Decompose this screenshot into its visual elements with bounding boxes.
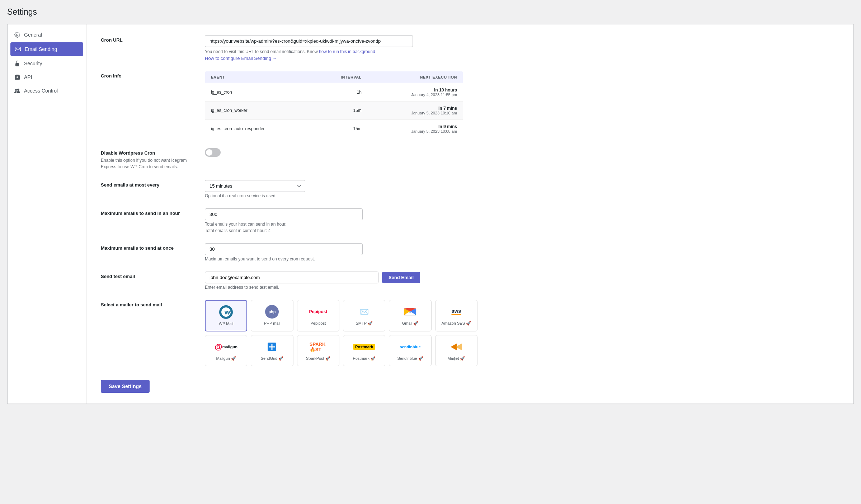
cron-info-control: EVENT INTERVAL NEXT EXECUTION ig_es_cron… bbox=[205, 71, 839, 138]
save-settings-button[interactable]: Save Settings bbox=[101, 380, 150, 393]
disable-wp-cron-desc: Enable this option if you do not want Ic… bbox=[101, 157, 194, 170]
test-email-input[interactable] bbox=[205, 272, 378, 283]
sidebar-item-security[interactable]: Security bbox=[8, 57, 86, 70]
mailer-sparkpost[interactable]: SPARK🔥ST SparkPost 🚀 bbox=[297, 335, 339, 366]
mailer-sparkpost-label: SparkPost 🚀 bbox=[306, 356, 330, 361]
cron-next-cell: In 10 hours January 4, 2023 11:55 pm bbox=[367, 83, 463, 102]
mailer-mailjet-label: Mailjet 🚀 bbox=[447, 356, 465, 361]
sidebar-item-access-control[interactable]: Access Control bbox=[8, 84, 86, 98]
cron-next-cell: In 9 mins January 5, 2023 10:08 am bbox=[367, 120, 463, 138]
test-email-hint: Enter email address to send test email. bbox=[205, 285, 839, 290]
amazon-ses-logo: aws bbox=[448, 305, 465, 318]
sendinblue-logo: sendinblue bbox=[401, 340, 419, 353]
cron-help-text: You need to visit this URL to send email… bbox=[205, 49, 839, 54]
cron-table-row: ig_es_cron_auto_responder 15m In 9 mins … bbox=[205, 120, 463, 138]
cron-interval-cell: 15m bbox=[314, 102, 367, 120]
cron-table-row: ig_es_cron 1h In 10 hours January 4, 202… bbox=[205, 83, 463, 102]
send-interval-hint: Optional if a real cron service is used bbox=[205, 193, 839, 198]
cron-event-cell: ig_es_cron bbox=[205, 83, 314, 102]
mailer-control: WP Mail php PHP mail Pepipost bbox=[205, 300, 839, 366]
col-event: EVENT bbox=[205, 71, 314, 83]
max-emails-hour-control: Total emails your host can send in an ho… bbox=[205, 208, 839, 233]
sparkpost-logo: SPARK🔥ST bbox=[310, 340, 327, 353]
gear-icon bbox=[14, 32, 20, 38]
api-icon bbox=[14, 74, 20, 80]
disable-wp-cron-toggle[interactable] bbox=[205, 148, 221, 157]
main-content: Cron URL You need to visit this URL to s… bbox=[86, 24, 853, 404]
mailer-mailjet[interactable]: Mailjet 🚀 bbox=[435, 335, 477, 366]
gmail-logo bbox=[401, 305, 419, 318]
send-interval-row: Send emails at most every 5 minutes 10 m… bbox=[101, 180, 839, 198]
send-interval-select[interactable]: 5 minutes 10 minutes 15 minutes 30 minut… bbox=[205, 180, 305, 192]
mailer-amazon-ses-label: Amazon SES 🚀 bbox=[442, 321, 471, 326]
sidebar-item-general[interactable]: General bbox=[8, 28, 86, 42]
mailer-php-mail-label: PHP mail bbox=[264, 321, 281, 325]
mailer-wp-mail[interactable]: WP Mail bbox=[205, 300, 247, 331]
toggle-slider bbox=[205, 148, 221, 157]
mailer-mailgun-label: Mailgun 🚀 bbox=[216, 356, 236, 361]
mailer-php-mail[interactable]: php PHP mail bbox=[251, 300, 293, 331]
page-title: Settings bbox=[7, 7, 854, 17]
mailer-label: Select a mailer to send mail bbox=[101, 302, 194, 307]
test-email-label: Send test email bbox=[101, 274, 194, 279]
lock-icon bbox=[14, 60, 20, 67]
mailer-mailgun[interactable]: @mailgun Mailgun 🚀 bbox=[205, 335, 247, 366]
cron-info-label: Cron Info bbox=[101, 73, 194, 79]
disable-wp-cron-label: Disable Wordpress Cron bbox=[101, 150, 194, 156]
max-emails-once-control: Maximum emails you want to send on every… bbox=[205, 243, 839, 262]
max-emails-once-input[interactable] bbox=[205, 243, 363, 255]
save-settings-row: Save Settings bbox=[101, 376, 839, 393]
mailjet-logo bbox=[448, 340, 465, 353]
col-interval: INTERVAL bbox=[314, 71, 367, 83]
send-interval-label: Send emails at most every bbox=[101, 182, 194, 188]
max-emails-once-row: Maximum emails to send at once Maximum e… bbox=[101, 243, 839, 262]
mailer-sendgrid-label: SendGrid 🚀 bbox=[261, 356, 284, 361]
mailer-gmail-label: Gmail 🚀 bbox=[402, 321, 419, 326]
send-email-button[interactable]: Send Email bbox=[382, 272, 420, 283]
mailer-pepipost[interactable]: Pepipost Pepipost bbox=[297, 300, 339, 331]
cron-url-control: You need to visit this URL to send email… bbox=[205, 35, 839, 61]
users-icon bbox=[14, 88, 20, 94]
cron-table-row: ig_es_cron_worker 15m In 7 mins January … bbox=[205, 102, 463, 120]
max-emails-hint1: Total emails your host can send in an ho… bbox=[205, 222, 839, 227]
smtp-logo: ✉️ bbox=[356, 305, 373, 318]
mailer-smtp-label: SMTP 🚀 bbox=[356, 321, 372, 326]
sidebar-item-access-control-label: Access Control bbox=[24, 88, 58, 94]
mailer-amazon-ses[interactable]: aws Amazon SES 🚀 bbox=[435, 300, 477, 331]
sidebar-item-api-label: API bbox=[24, 74, 32, 80]
cron-table: EVENT INTERVAL NEXT EXECUTION ig_es_cron… bbox=[205, 71, 463, 138]
mailer-smtp[interactable]: ✉️ SMTP 🚀 bbox=[343, 300, 385, 331]
max-emails-hour-input[interactable] bbox=[205, 208, 363, 220]
sidebar-item-security-label: Security bbox=[24, 61, 42, 66]
cron-interval-cell: 15m bbox=[314, 120, 367, 138]
mailer-row: Select a mailer to send mail bbox=[101, 300, 839, 366]
mailer-pepipost-label: Pepipost bbox=[310, 321, 326, 325]
sendgrid-logo bbox=[263, 340, 281, 353]
max-emails-hour-row: Maximum emails to send in an hour Total … bbox=[101, 208, 839, 233]
sidebar-item-api[interactable]: API bbox=[8, 70, 86, 84]
postmark-logo: Postmark bbox=[356, 340, 373, 353]
cron-url-input[interactable] bbox=[205, 35, 413, 47]
send-interval-control: 5 minutes 10 minutes 15 minutes 30 minut… bbox=[205, 180, 839, 198]
sidebar: General Email Sending Security bbox=[8, 24, 86, 404]
php-mail-logo: php bbox=[263, 305, 281, 318]
pepipost-logo: Pepipost bbox=[310, 305, 327, 318]
cron-background-link[interactable]: how to run this in background bbox=[319, 49, 375, 54]
col-next-execution: NEXT EXECUTION bbox=[367, 71, 463, 83]
mailer-sendinblue[interactable]: sendinblue Sendinblue 🚀 bbox=[389, 335, 431, 366]
mailer-postmark-label: Postmark 🚀 bbox=[353, 356, 376, 361]
mailer-sendinblue-label: Sendinblue 🚀 bbox=[397, 356, 423, 361]
mailer-postmark[interactable]: Postmark Postmark 🚀 bbox=[343, 335, 385, 366]
mailer-sendgrid[interactable]: SendGrid 🚀 bbox=[251, 335, 293, 366]
php-badge: php bbox=[265, 305, 279, 319]
mailer-grid: WP Mail php PHP mail Pepipost bbox=[205, 300, 477, 366]
cron-configure-link[interactable]: How to configure Email Sending → bbox=[205, 56, 277, 61]
mailer-gmail[interactable]: Gmail 🚀 bbox=[389, 300, 431, 331]
cron-url-label: Cron URL bbox=[101, 37, 194, 43]
max-emails-hint2: Total emails sent in current hour: 4 bbox=[205, 228, 839, 233]
sidebar-item-email-sending-label: Email Sending bbox=[25, 46, 57, 52]
max-emails-once-label: Maximum emails to send at once bbox=[101, 245, 194, 251]
sidebar-item-email-sending[interactable]: Email Sending bbox=[10, 42, 83, 56]
test-email-control: Send Email Enter email address to send t… bbox=[205, 272, 839, 290]
wp-mail-logo bbox=[217, 306, 235, 319]
